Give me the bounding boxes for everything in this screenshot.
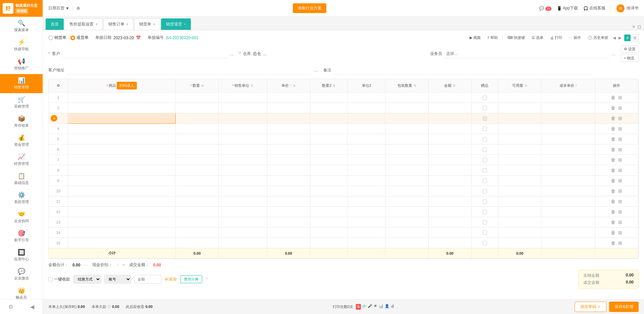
discount-help-icon[interactable]: ? xyxy=(116,263,118,267)
pkgqty-cell[interactable] xyxy=(385,92,428,103)
cost-cell[interactable] xyxy=(541,176,595,186)
product-cell[interactable] xyxy=(68,228,176,238)
save-new-btn[interactable]: 保存&新增 xyxy=(609,302,639,312)
qty-cell[interactable] xyxy=(175,238,218,248)
qty2-sort-icon[interactable]: ⇅ xyxy=(333,84,335,87)
unit-cell[interactable] xyxy=(219,134,267,144)
cost-cell[interactable] xyxy=(541,228,595,238)
quick-payment-checkbox[interactable]: 一键收款 xyxy=(48,276,70,282)
add-row-btn[interactable]: + xyxy=(51,115,57,122)
gift-cell[interactable] xyxy=(471,238,498,248)
unit2-cell[interactable] xyxy=(348,92,385,103)
price-cell[interactable] xyxy=(267,207,310,217)
amount-cell[interactable] xyxy=(428,176,471,186)
sidebar-item-member[interactable]: 👑 畅会员 xyxy=(0,284,43,299)
cost-cell[interactable] xyxy=(541,113,595,124)
account-select[interactable]: 账号 xyxy=(104,275,131,284)
copy-row-btn[interactable]: ⊞ xyxy=(618,208,623,215)
settings-btn[interactable]: ⚙ xyxy=(7,302,14,311)
product-cell[interactable] xyxy=(68,144,176,155)
unit-cell[interactable] xyxy=(219,176,267,186)
tab-price-settings[interactable]: 售价提取设置 × xyxy=(64,18,103,30)
cost-cell[interactable] xyxy=(541,196,595,207)
delete-row-btn[interactable]: 🗑 xyxy=(610,198,616,205)
gift-checkbox[interactable] xyxy=(483,168,487,173)
tab-sales-return[interactable]: 销货退货 × xyxy=(161,18,191,30)
qty2-cell[interactable] xyxy=(310,207,347,217)
sidebar-item-basic[interactable]: 📋 基础信息 xyxy=(0,170,43,189)
pkgqty-cell[interactable] xyxy=(385,134,428,144)
copy-row-btn[interactable]: ⊞ xyxy=(618,198,623,205)
settings-icon[interactable]: ⚙ xyxy=(57,83,60,87)
qty2-cell[interactable] xyxy=(310,155,347,165)
gift-cell[interactable] xyxy=(471,103,498,113)
avail-cell[interactable] xyxy=(498,124,541,134)
delete-row-btn[interactable]: 🗑 xyxy=(610,177,616,184)
tab-sales-order[interactable]: 销售订单 × xyxy=(103,18,133,30)
unit2-cell[interactable] xyxy=(348,196,385,207)
pkgqty-cell[interactable] xyxy=(385,124,428,134)
settlement-select[interactable]: 结算方式 xyxy=(73,275,101,284)
gift-checkbox[interactable] xyxy=(483,137,487,141)
price-help-icon[interactable]: ? xyxy=(289,84,291,88)
sidebar-item-finance[interactable]: 💰 资金管理 xyxy=(0,131,43,150)
gift-checkbox[interactable] xyxy=(483,241,487,245)
unit-cell[interactable] xyxy=(219,238,267,248)
price-cell[interactable] xyxy=(267,113,310,124)
product-cell[interactable] xyxy=(68,134,176,144)
toolbar-select[interactable]: ☰ 选单 xyxy=(530,34,545,41)
qty-cell[interactable] xyxy=(175,186,218,196)
tab-price-close[interactable]: × xyxy=(96,22,98,26)
cost-cell[interactable] xyxy=(541,217,595,228)
app-download-btn[interactable]: 📱 App下载 xyxy=(557,5,578,11)
gift-cell[interactable] xyxy=(471,113,498,124)
product-cell[interactable] xyxy=(68,186,176,196)
qty2-cell[interactable] xyxy=(310,124,347,134)
sidebar-item-system[interactable]: ⚙️ 系统管理 xyxy=(0,189,43,208)
gift-checkbox[interactable] xyxy=(483,96,487,100)
avail-cell[interactable] xyxy=(498,176,541,186)
toolbar-video[interactable]: ▶ 视频 xyxy=(468,34,483,41)
sidebar-item-apps[interactable]: 🔲 应用中心 xyxy=(0,246,43,265)
toolbar-next-btn[interactable]: ▶ xyxy=(619,36,622,40)
unit2-cell[interactable] xyxy=(348,165,385,176)
unit-cell[interactable] xyxy=(219,144,267,155)
qty2-cell[interactable] xyxy=(310,186,347,196)
cost-cell[interactable] xyxy=(541,144,595,155)
sidebar-item-sales[interactable]: 📊 销售管理 xyxy=(0,74,43,93)
toolbar-print[interactable]: 🖨 打印 xyxy=(548,34,564,41)
price-cell[interactable] xyxy=(267,186,310,196)
unit-cell[interactable] xyxy=(219,124,267,134)
amount-cell[interactable] xyxy=(428,144,471,155)
cost-cell[interactable] xyxy=(541,186,595,196)
avail-cell[interactable] xyxy=(498,196,541,207)
gift-checkbox[interactable] xyxy=(483,158,487,162)
gift-cell[interactable] xyxy=(471,165,498,176)
view-card-btn[interactable]: ⊞ xyxy=(631,35,639,41)
unit2-cell[interactable] xyxy=(348,207,385,217)
pkgqty-cell[interactable] xyxy=(385,165,428,176)
avail-sort-icon[interactable]: ⇅ xyxy=(525,84,527,87)
avail-cell[interactable] xyxy=(498,238,541,248)
sidebar-item-enterprise[interactable]: 🤝 企业协同 xyxy=(0,208,43,227)
price-cell[interactable] xyxy=(267,144,310,155)
copy-row-btn[interactable]: ⊞ xyxy=(618,156,623,163)
gift-cell[interactable] xyxy=(471,124,498,134)
avail-cell[interactable] xyxy=(498,155,541,165)
price-sort-icon[interactable]: ⇅ xyxy=(293,84,296,87)
cost-cell[interactable] xyxy=(541,207,595,217)
unit2-cell[interactable] xyxy=(348,186,385,196)
qty2-cell[interactable] xyxy=(310,176,347,186)
tab-home[interactable]: 首页 xyxy=(46,18,64,30)
radio-delivery[interactable]: 销货单 xyxy=(48,35,66,41)
qty2-cell[interactable] xyxy=(310,144,347,155)
copy-row-btn[interactable]: ⊞ xyxy=(618,219,623,226)
unit-sort-icon[interactable]: ⇅ xyxy=(251,84,253,87)
delete-row-btn[interactable]: 🗑 xyxy=(610,115,616,122)
amount-cell[interactable] xyxy=(428,196,471,207)
tab-close-all[interactable]: × xyxy=(632,24,635,30)
pkgqty-cell[interactable] xyxy=(385,196,428,207)
sidebar-item-search[interactable]: 🔍 搜索菜单 xyxy=(0,17,43,36)
unit2-cell[interactable] xyxy=(348,228,385,238)
amount-cell[interactable] xyxy=(428,228,471,238)
